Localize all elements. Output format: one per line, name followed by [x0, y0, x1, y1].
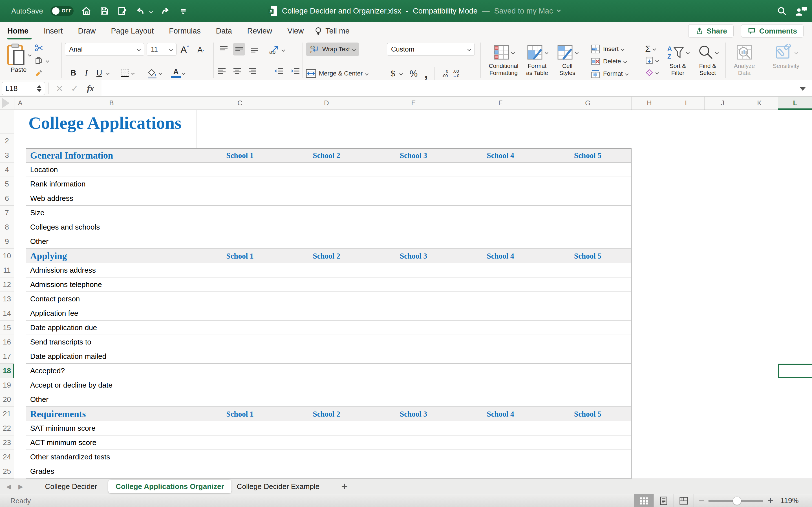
cell[interactable]	[457, 220, 544, 234]
zoom-out-button[interactable]: −	[699, 494, 705, 507]
paste-button[interactable]: Paste	[4, 43, 33, 73]
cell[interactable]	[544, 349, 631, 363]
conditional-formatting-chevron[interactable]	[511, 51, 515, 54]
row-header-24[interactable]: 24	[0, 450, 14, 464]
school-header-cell[interactable]: School 1	[197, 149, 283, 162]
merge-center-chevron[interactable]	[365, 72, 368, 75]
cell[interactable]	[544, 450, 631, 464]
search-icon[interactable]	[776, 6, 787, 16]
underline-chevron[interactable]	[106, 71, 110, 75]
section-header-cell[interactable]: Applying	[26, 249, 197, 263]
normal-view-button[interactable]	[634, 494, 654, 507]
row-label-cell[interactable]: Admissions address	[26, 263, 197, 277]
align-top-button[interactable]	[218, 43, 230, 55]
cell[interactable]	[370, 177, 457, 191]
cell[interactable]	[283, 163, 370, 177]
autosum-chevron[interactable]	[652, 47, 656, 51]
zoom-slider-knob[interactable]	[733, 497, 741, 505]
cell[interactable]	[544, 292, 631, 306]
increase-decimal-button[interactable]: ←0.00	[442, 69, 448, 78]
row-header-12[interactable]: 12	[0, 277, 14, 292]
cell[interactable]	[283, 321, 370, 335]
cell[interactable]	[544, 363, 631, 378]
cell[interactable]	[370, 206, 457, 220]
column-header-B[interactable]: B	[26, 97, 197, 110]
cell[interactable]	[370, 321, 457, 335]
accounting-format-button[interactable]: $	[391, 69, 395, 78]
school-header-cell[interactable]: School 4	[457, 407, 544, 421]
row-label-cell[interactable]: Accept or decline by date	[26, 378, 197, 392]
increase-indent-button[interactable]	[290, 67, 300, 75]
row-header-11[interactable]: 11	[0, 263, 14, 277]
row-header-19[interactable]: 19	[0, 378, 14, 392]
row-header-1[interactable]	[0, 110, 14, 134]
cell[interactable]	[544, 392, 631, 406]
row-label-cell[interactable]: Date application mailed	[26, 349, 197, 363]
row-label-cell[interactable]: Other	[26, 234, 197, 248]
cell[interactable]	[544, 163, 631, 177]
people-comments-icon[interactable]	[795, 5, 808, 17]
fill-color-chevron[interactable]	[158, 71, 162, 75]
cell[interactable]	[370, 163, 457, 177]
row-label-cell[interactable]: Admissions telephone	[26, 277, 197, 291]
align-middle-button[interactable]	[233, 43, 245, 55]
cell[interactable]	[197, 321, 283, 335]
cell[interactable]	[197, 163, 283, 177]
page-break-view-button[interactable]	[674, 494, 694, 507]
cell[interactable]	[457, 378, 544, 392]
section-header-cell[interactable]: Requirements	[26, 407, 197, 421]
cell-styles-button[interactable]: Cell Styles	[553, 43, 581, 76]
select-all-corner[interactable]	[0, 97, 14, 110]
cell[interactable]	[370, 378, 457, 392]
insert-cells-button[interactable]: Insert	[591, 44, 624, 54]
cell[interactable]	[544, 464, 631, 478]
cancel-entry-icon[interactable]: ✕	[52, 80, 66, 97]
undo-button[interactable]	[135, 6, 146, 16]
cell[interactable]	[457, 363, 544, 378]
cell[interactable]	[370, 277, 457, 291]
next-sheet-icon[interactable]: ▶	[18, 483, 23, 490]
cell[interactable]	[457, 177, 544, 191]
name-box-stepper[interactable]	[37, 85, 42, 92]
column-header-K[interactable]: K	[741, 97, 778, 110]
cell[interactable]	[457, 464, 544, 478]
cell[interactable]	[457, 206, 544, 220]
sort-filter-button[interactable]: AZ Sort & Filter	[664, 43, 691, 76]
cell[interactable]	[457, 392, 544, 406]
row-header-20[interactable]: 20	[0, 392, 14, 407]
row-header-22[interactable]: 22	[0, 421, 14, 436]
cell[interactable]	[370, 421, 457, 435]
cell[interactable]	[283, 363, 370, 378]
align-bottom-button[interactable]	[248, 43, 260, 55]
row-header-7[interactable]: 7	[0, 206, 14, 220]
cell[interactable]	[197, 206, 283, 220]
cell[interactable]	[197, 464, 283, 478]
delete-cells-button[interactable]: Delete	[591, 57, 626, 66]
cell[interactable]	[457, 163, 544, 177]
autosum-button[interactable]: Σ	[645, 44, 656, 54]
home-icon[interactable]	[81, 6, 92, 16]
cell[interactable]	[283, 277, 370, 291]
cell[interactable]	[457, 263, 544, 277]
name-box[interactable]: L18	[2, 82, 45, 95]
row-header-21[interactable]: 21	[0, 407, 14, 421]
align-center-button[interactable]	[233, 67, 241, 75]
underline-button[interactable]: U	[94, 68, 105, 77]
row-header-5[interactable]: 5	[0, 177, 14, 191]
row-label-cell[interactable]: Size	[26, 206, 197, 220]
cell[interactable]	[197, 306, 283, 320]
cell[interactable]	[283, 392, 370, 406]
formula-input[interactable]	[101, 80, 812, 96]
fill-color-button[interactable]	[146, 67, 157, 78]
school-header-cell[interactable]: School 1	[197, 249, 283, 263]
cell[interactable]	[197, 363, 283, 378]
cell[interactable]	[197, 263, 283, 277]
tab-view[interactable]: View	[280, 22, 311, 40]
font-name-select[interactable]: Arial	[65, 43, 144, 56]
wrap-text-button[interactable]: abc Wrap Text	[306, 43, 359, 56]
cell[interactable]	[283, 436, 370, 450]
cell[interactable]	[283, 349, 370, 363]
cell[interactable]	[544, 277, 631, 291]
format-as-table-chevron[interactable]	[545, 51, 548, 54]
school-header-cell[interactable]: School 2	[283, 249, 370, 263]
